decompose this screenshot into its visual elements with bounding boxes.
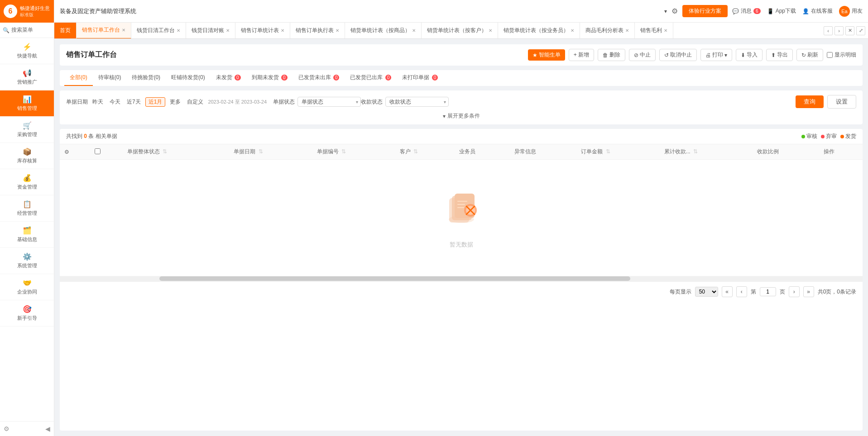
sidebar-item-inventory[interactable]: 📦 库存核算: [0, 143, 54, 169]
sidebar-item-system[interactable]: ⚙️ 系统管理: [0, 248, 54, 274]
sidebar-item-operations[interactable]: 📋 经营管理: [0, 195, 54, 222]
sub-tab-shipped-out[interactable]: 已发货已出库 0: [345, 70, 397, 86]
tabs-maximize-btn[interactable]: ⤢: [856, 26, 865, 35]
smart-create-btn[interactable]: ★ 智能生单: [528, 49, 565, 61]
sort-received[interactable]: ⇅: [693, 148, 698, 155]
date-opt-7days[interactable]: 近7天: [125, 97, 143, 107]
tab-close-icon[interactable]: ✕: [336, 28, 339, 33]
sub-tab-not-shipped[interactable]: 未发货 0: [211, 70, 246, 86]
tab-sales-stat-staff[interactable]: 销货单统计表（按业务员） ✕: [498, 23, 580, 39]
show-detail-label[interactable]: 显示明细: [827, 51, 856, 59]
sidebar-collapse-btn[interactable]: ◀: [45, 425, 50, 432]
header-settings-icon[interactable]: ⚙: [671, 7, 678, 15]
date-opt-today[interactable]: 今天: [108, 97, 122, 107]
sub-tab-not-printed[interactable]: 未打印单据 0: [397, 70, 443, 86]
tab-cash-daily[interactable]: 钱货日清工作台 ✕: [131, 23, 186, 39]
date-opt-1month[interactable]: 近1月: [145, 97, 166, 107]
sub-tab-wangpu-pending[interactable]: 旺铺待发货(0): [166, 70, 211, 86]
tab-close-icon[interactable]: ✕: [177, 28, 180, 33]
tab-sales-stat-product[interactable]: 销货单统计表（按商品） ✕: [345, 23, 422, 39]
scroll-thumb[interactable]: [159, 276, 630, 281]
tab-close-icon[interactable]: ✕: [226, 28, 230, 33]
tab-home[interactable]: 首页: [54, 23, 77, 39]
online-service-item[interactable]: 👤 在线客服: [802, 7, 833, 15]
select-all-checkbox[interactable]: [95, 148, 101, 154]
sort-number[interactable]: ⇅: [341, 148, 346, 155]
tab-close-icon[interactable]: ✕: [281, 28, 284, 33]
sub-tab-expired-not-shipped[interactable]: 到期未发货 0: [246, 70, 293, 86]
tab-sales-exec[interactable]: 销售订单执行表 ✕: [290, 23, 345, 39]
sidebar-item-marketing[interactable]: 📢 营销推广: [0, 64, 54, 90]
sort-customer[interactable]: ⇅: [413, 148, 418, 155]
tab-close-icon[interactable]: ✕: [489, 28, 492, 33]
date-opt-more[interactable]: 更多: [168, 97, 182, 107]
table-header-row: ⚙ 单据整体状态 ⇅ 单据日期 ⇅ 单据编号: [60, 144, 863, 160]
tab-close-icon[interactable]: ✕: [412, 28, 416, 33]
page-input[interactable]: [760, 287, 776, 296]
tab-sales-stat[interactable]: 销售订单统计表 ✕: [235, 23, 290, 39]
sort-status[interactable]: ⇅: [163, 148, 167, 155]
sidebar-item-sales[interactable]: 📊 销售管理: [0, 90, 54, 117]
system-title-dropdown[interactable]: ▾: [664, 8, 667, 14]
tab-label: 销货单统计表（按客户）: [427, 27, 487, 34]
tab-close-icon[interactable]: ✕: [625, 28, 629, 33]
filter-expand-btn[interactable]: ▾ 展开更多条件: [66, 112, 856, 120]
export-btn[interactable]: ⬆ 导出: [766, 49, 793, 61]
refresh-btn[interactable]: ↻ 刷新: [796, 49, 823, 61]
date-opt-custom[interactable]: 自定义: [185, 97, 205, 107]
user-item[interactable]: Ea 用友: [839, 6, 863, 17]
add-btn[interactable]: + 新增: [569, 49, 594, 61]
col-checkbox[interactable]: [90, 144, 123, 160]
sidebar-item-quick-nav[interactable]: ⚡ 快捷导航: [0, 38, 54, 64]
sub-tab-all[interactable]: 全部(0): [64, 70, 93, 86]
cancel-review-action[interactable]: 弃审: [821, 133, 837, 140]
query-btn[interactable]: 查询: [796, 95, 824, 108]
sub-tab-shipped-not-out[interactable]: 已发货未出库 0: [293, 70, 345, 86]
review-action[interactable]: 审核: [801, 133, 817, 140]
page-size-select[interactable]: 50 100 200: [695, 287, 718, 297]
tab-close-icon[interactable]: ✕: [664, 28, 667, 33]
sidebar-item-purchase[interactable]: 🛒 采购管理: [0, 117, 54, 143]
payment-select[interactable]: 收款状态: [385, 97, 449, 107]
filter-status-item: 单据状态 单据状态: [273, 97, 355, 107]
delete-btn[interactable]: 🗑 删除: [598, 49, 625, 61]
sidebar-search-item[interactable]: 🔍 搜索菜单: [0, 23, 54, 38]
sort-date[interactable]: ⇅: [259, 148, 263, 155]
first-page-btn[interactable]: «: [722, 286, 733, 297]
tab-product-margin[interactable]: 商品毛利分析表 ✕: [580, 23, 635, 39]
tabs-prev-btn[interactable]: ‹: [824, 26, 833, 35]
sub-tab-pending-review[interactable]: 待审核(0): [93, 70, 127, 86]
sidebar-item-basic-info[interactable]: 🗂️ 基础信息: [0, 222, 54, 248]
stop-btn[interactable]: ⊘ 中止: [629, 49, 656, 61]
next-page-btn[interactable]: ›: [789, 286, 800, 297]
sidebar-item-guide[interactable]: 🎯 新手引导: [0, 300, 54, 327]
message-item[interactable]: 💬 消息 6: [732, 7, 761, 15]
sort-amount[interactable]: ⇅: [606, 148, 610, 155]
col-settings[interactable]: ⚙: [60, 144, 90, 160]
tab-sales-more[interactable]: 销售毛利 ✕: [635, 23, 673, 39]
empty-state: 暂无数据: [60, 160, 863, 276]
last-page-btn[interactable]: »: [803, 286, 814, 297]
date-opt-yesterday[interactable]: 昨天: [91, 97, 105, 107]
sub-tab-pending-inspect[interactable]: 待挑验货(0): [126, 70, 166, 86]
ship-action[interactable]: 发货: [840, 133, 856, 140]
tab-sales-stat-customer[interactable]: 销货单统计表（按客户） ✕: [422, 23, 498, 39]
import-btn[interactable]: ⬇ 导入: [736, 49, 762, 61]
sidebar-item-enterprise[interactable]: 🤝 企业协同: [0, 274, 54, 300]
sidebar-settings-btn[interactable]: ⚙: [4, 425, 10, 432]
industry-btn[interactable]: 体验行业方案: [682, 5, 728, 17]
prev-page-btn[interactable]: ‹: [736, 286, 747, 297]
tab-cash-reconcile[interactable]: 钱货日清对账 ✕: [186, 23, 235, 39]
tab-close-icon[interactable]: ✕: [122, 28, 125, 33]
print-btn[interactable]: 🖨 打印 ▾: [700, 49, 732, 61]
tabs-next-btn[interactable]: ›: [834, 26, 844, 35]
show-detail-checkbox[interactable]: [827, 52, 833, 58]
app-download-item[interactable]: 📱 App下载: [767, 7, 796, 15]
sidebar-item-finance[interactable]: 💰 资金管理: [0, 169, 54, 195]
tab-sales-order-workbench[interactable]: 销售订单工作台 ✕: [77, 23, 131, 39]
tabs-close-all-btn[interactable]: ✕: [845, 26, 854, 35]
tab-close-icon[interactable]: ✕: [571, 28, 574, 33]
status-select[interactable]: 单据状态: [297, 97, 361, 107]
cancel-stop-btn[interactable]: ↺ 取消中止: [659, 49, 697, 61]
filter-settings-btn[interactable]: 设置: [827, 95, 856, 109]
